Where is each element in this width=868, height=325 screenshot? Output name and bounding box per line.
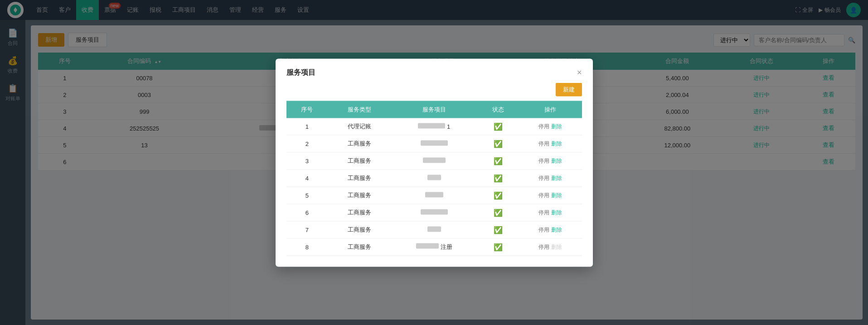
dialog-cell-item: 1 — [391, 118, 477, 135]
dialog-col-action: 操作 — [519, 101, 582, 118]
stop-button[interactable]: 停用 — [538, 243, 549, 251]
dialog-cell-action: 停用 删除 — [519, 152, 582, 170]
dialog-cell-seq: 3 — [286, 152, 328, 170]
dialog-col-item: 服务项目 — [391, 101, 477, 118]
dialog-table-row: 5 工商服务 ✅ 停用 删除 — [286, 187, 582, 204]
dialog-col-seq: 序号 — [286, 101, 328, 118]
dialog-table-row: 1 代理记账 1 ✅ 停用 删除 — [286, 118, 582, 135]
dialog-cell-type: 工商服务 — [328, 135, 391, 152]
stop-button[interactable]: 停用 — [538, 122, 549, 130]
dialog-cell-type: 代理记账 — [328, 118, 391, 135]
delete-button[interactable]: 删除 — [551, 191, 562, 199]
dialog-body: 新建 序号 服务类型 服务项目 状态 操作 1 代理记账 1 ✅ — [276, 82, 593, 267]
dialog-cell-type: 工商服务 — [328, 238, 391, 256]
service-item-dialog: 服务项目 × 新建 序号 服务类型 服务项目 状态 操作 1 代理记账 1 — [276, 58, 593, 267]
dialog-cell-status: ✅ — [477, 135, 519, 152]
dialog-table-row: 6 工商服务 ✅ 停用 删除 — [286, 204, 582, 221]
delete-button[interactable]: 删除 — [551, 243, 562, 251]
dialog-cell-item — [391, 170, 477, 187]
dialog-cell-type: 工商服务 — [328, 204, 391, 221]
dialog-cell-seq: 2 — [286, 135, 328, 152]
dialog-cell-item — [391, 187, 477, 204]
dialog-toolbar: 新建 — [286, 82, 582, 96]
dialog-cell-seq: 8 — [286, 238, 328, 256]
dialog-cell-action: 停用 删除 — [519, 118, 582, 135]
dialog-cell-action: 停用 删除 — [519, 221, 582, 238]
dialog-cell-action: 停用 删除 — [519, 204, 582, 221]
stop-button[interactable]: 停用 — [538, 191, 549, 199]
stop-button[interactable]: 停用 — [538, 209, 549, 216]
delete-button[interactable]: 删除 — [551, 122, 562, 130]
dialog-cell-type: 工商服务 — [328, 170, 391, 187]
dialog-cell-status: ✅ — [477, 118, 519, 135]
dialog-table-row: 7 工商服务 ✅ 停用 删除 — [286, 221, 582, 238]
dialog-cell-seq: 6 — [286, 204, 328, 221]
delete-button[interactable]: 删除 — [551, 174, 562, 182]
dialog-col-type: 服务类型 — [328, 101, 391, 118]
dialog-table-row: 3 工商服务 ✅ 停用 删除 — [286, 152, 582, 170]
dialog-cell-status: ✅ — [477, 152, 519, 170]
dialog-cell-type: 工商服务 — [328, 187, 391, 204]
dialog-cell-type: 工商服务 — [328, 221, 391, 238]
dialog-cell-item: 注册 — [391, 238, 477, 256]
delete-button[interactable]: 删除 — [551, 209, 562, 216]
delete-button[interactable]: 删除 — [551, 140, 562, 147]
dialog-table-row: 4 工商服务 ✅ 停用 删除 — [286, 170, 582, 187]
stop-button[interactable]: 停用 — [538, 226, 549, 233]
dialog-cell-seq: 5 — [286, 187, 328, 204]
dialog-cell-item — [391, 135, 477, 152]
dialog-cell-item — [391, 221, 477, 238]
stop-button[interactable]: 停用 — [538, 157, 549, 165]
dialog-cell-item — [391, 204, 477, 221]
dialog-table-row: 8 工商服务 注册 ✅ 停用 删除 — [286, 238, 582, 256]
stop-button[interactable]: 停用 — [538, 140, 549, 147]
dialog-cell-seq: 7 — [286, 221, 328, 238]
dialog-table-row: 2 工商服务 ✅ 停用 删除 — [286, 135, 582, 152]
dialog-cell-status: ✅ — [477, 204, 519, 221]
dialog-cell-type: 工商服务 — [328, 152, 391, 170]
dialog-cell-status: ✅ — [477, 170, 519, 187]
dialog-cell-status: ✅ — [477, 187, 519, 204]
dialog-table: 序号 服务类型 服务项目 状态 操作 1 代理记账 1 ✅ 停用 删除 — [286, 101, 582, 256]
dialog-col-status: 状态 — [477, 101, 519, 118]
dialog-cell-action: 停用 删除 — [519, 238, 582, 256]
delete-button[interactable]: 删除 — [551, 226, 562, 233]
dialog-cell-status: ✅ — [477, 221, 519, 238]
dialog-cell-item — [391, 152, 477, 170]
dialog-close-button[interactable]: × — [577, 68, 582, 77]
dialog-cell-action: 停用 删除 — [519, 187, 582, 204]
dialog-cell-action: 停用 删除 — [519, 170, 582, 187]
delete-button[interactable]: 删除 — [551, 157, 562, 165]
dialog-new-button[interactable]: 新建 — [556, 82, 582, 96]
dialog-header: 服务项目 × — [276, 58, 593, 82]
dialog-title: 服务项目 — [286, 68, 315, 77]
dialog-cell-action: 停用 删除 — [519, 135, 582, 152]
stop-button[interactable]: 停用 — [538, 174, 549, 182]
dialog-cell-seq: 1 — [286, 118, 328, 135]
dialog-cell-seq: 4 — [286, 170, 328, 187]
dialog-cell-status: ✅ — [477, 238, 519, 256]
